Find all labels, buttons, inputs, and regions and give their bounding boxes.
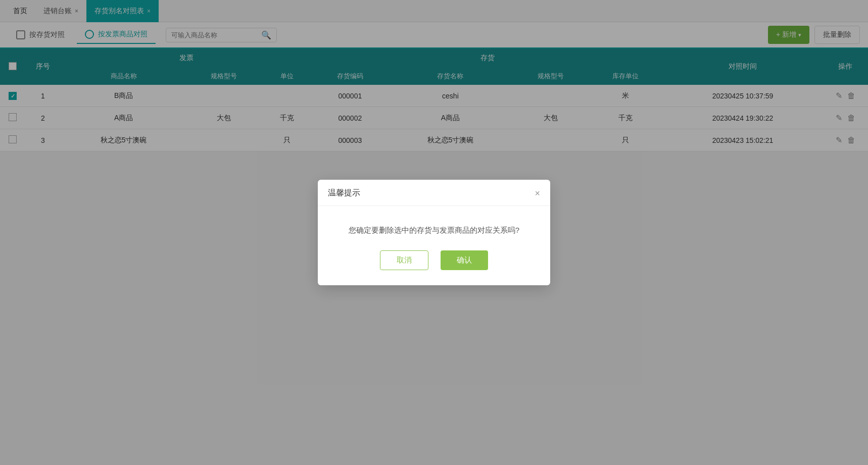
btn-confirm[interactable]: 确认: [441, 250, 488, 270]
dialog-header: 温馨提示 ×: [318, 180, 550, 206]
dialog-body: 您确定要删除选中的存货与发票商品的对应关系吗?: [318, 206, 550, 250]
btn-cancel[interactable]: 取消: [380, 250, 428, 270]
dialog: 温馨提示 × 您确定要删除选中的存货与发票商品的对应关系吗? 取消 确认: [318, 180, 550, 285]
btn-cancel-label: 取消: [397, 255, 412, 264]
dialog-footer: 取消 确认: [318, 250, 550, 285]
btn-confirm-label: 确认: [457, 255, 472, 264]
dialog-title: 温馨提示: [328, 188, 360, 198]
dialog-close-button[interactable]: ×: [535, 189, 540, 198]
dialog-message: 您确定要删除选中的存货与发票商品的对应关系吗?: [349, 226, 519, 234]
modal-overlay: 温馨提示 × 您确定要删除选中的存货与发票商品的对应关系吗? 取消 确认: [0, 0, 868, 465]
